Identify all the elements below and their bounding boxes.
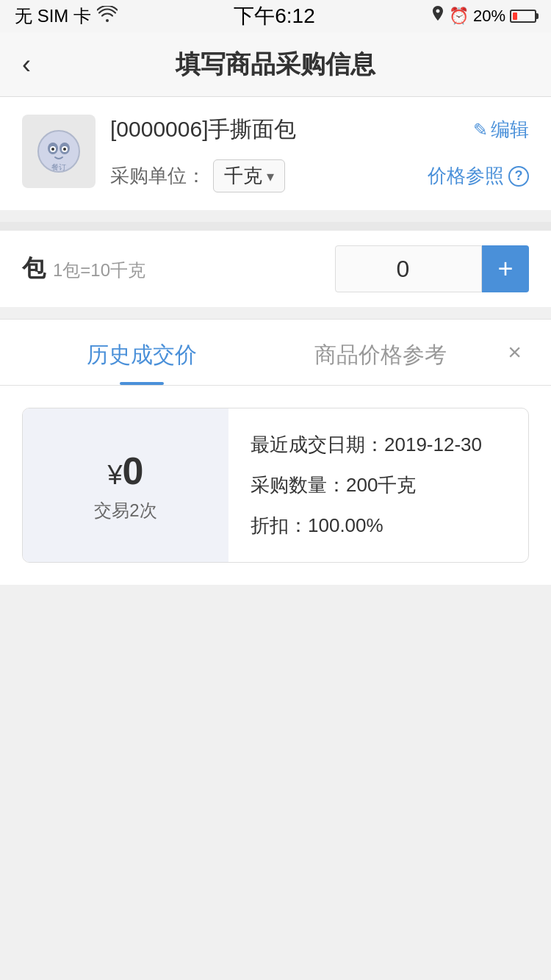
quantity-convert: 1包=10千克	[53, 259, 145, 282]
quantity-section: 包 1包=10千克 0 +	[0, 231, 551, 307]
page-title: 填写商品采购信息	[176, 48, 375, 82]
product-section: 餐订 [0000006]手撕面包 ✎ 编辑 采购单位：	[0, 97, 551, 210]
price-date-row: 最近成交日期：2019-12-30	[251, 430, 506, 459]
svg-point-6	[63, 148, 66, 151]
svg-text:餐订: 餐订	[51, 163, 66, 171]
unit-arrow-icon: ▾	[267, 167, 274, 185]
tab-price-ref-label: 商品价格参考	[314, 342, 447, 367]
unit-row: 采购单位： 千克 ▾ 价格参照 ?	[110, 159, 529, 192]
wifi-icon	[97, 6, 118, 26]
main-content: 餐订 [0000006]手撕面包 ✎ 编辑 采购单位：	[0, 97, 551, 980]
price-left: ¥0 交易2次	[23, 408, 228, 562]
product-name: [0000006]手撕面包	[110, 115, 296, 145]
status-time: 下午6:12	[234, 2, 315, 30]
qty-label: 采购数量：	[251, 474, 346, 496]
unit-label: 采购单位：	[110, 163, 206, 189]
tab-product-price-ref[interactable]: 商品价格参考	[262, 320, 501, 385]
price-amount: ¥0	[108, 449, 144, 493]
price-qty-row: 采购数量：200千克	[251, 471, 506, 500]
unit-selector-group: 采购单位： 千克 ▾	[110, 159, 285, 192]
price-ref-button[interactable]: 价格参照 ?	[428, 163, 529, 189]
help-icon: ?	[508, 166, 529, 187]
svg-point-5	[51, 148, 54, 151]
quantity-input[interactable]: 0	[335, 245, 482, 292]
edit-label: 编辑	[491, 117, 529, 143]
quantity-unit: 包	[22, 253, 46, 285]
back-button[interactable]: ‹	[22, 42, 38, 87]
date-value: 2019-12-30	[384, 433, 482, 455]
currency-symbol: ¥	[108, 460, 123, 490]
tabs-row: 历史成交价 商品价格参考 ×	[0, 320, 551, 386]
status-left: 无 SIM 卡	[15, 4, 118, 28]
quantity-input-group: 0 +	[335, 245, 529, 292]
date-label: 最近成交日期：	[251, 433, 384, 455]
product-thumbnail: 餐订	[22, 115, 96, 188]
nav-bar: ‹ 填写商品采购信息	[0, 32, 551, 97]
price-value: 0	[123, 450, 144, 492]
qty-value: 200千克	[346, 474, 416, 496]
discount-label: 折扣：	[251, 514, 308, 536]
status-right: ⏰ 20%	[431, 6, 536, 26]
price-trades: 交易2次	[94, 499, 156, 522]
discount-value: 100.00%	[308, 514, 383, 536]
location-icon	[431, 6, 444, 26]
carrier-label: 无 SIM 卡	[15, 4, 91, 28]
quantity-plus-button[interactable]: +	[482, 245, 529, 292]
product-header: [0000006]手撕面包 ✎ 编辑	[110, 115, 529, 145]
battery-icon	[510, 10, 536, 23]
unit-select-button[interactable]: 千克 ▾	[213, 159, 285, 192]
edit-button[interactable]: ✎ 编辑	[473, 117, 529, 143]
product-name-text: 手撕面包	[208, 117, 296, 141]
plus-icon: +	[497, 253, 513, 284]
close-icon: ×	[508, 339, 522, 366]
product-id: [0000006]	[110, 117, 208, 141]
product-info: [0000006]手撕面包 ✎ 编辑 采购单位： 千克 ▾	[110, 115, 529, 192]
price-right: 最近成交日期：2019-12-30 采购数量：200千克 折扣：100.00%	[228, 408, 528, 562]
quantity-label-group: 包 1包=10千克	[22, 253, 145, 285]
tab-history-label: 历史成交价	[87, 342, 197, 367]
edit-icon: ✎	[473, 120, 488, 140]
tab-history-price[interactable]: 历史成交价	[22, 320, 262, 385]
price-card: ¥0 交易2次 最近成交日期：2019-12-30 采购数量：200千克 折扣：…	[22, 408, 529, 563]
unit-select-value: 千克	[224, 163, 262, 189]
product-row: 餐订 [0000006]手撕面包 ✎ 编辑 采购单位：	[22, 115, 529, 192]
alarm-icon: ⏰	[449, 7, 469, 26]
status-bar: 无 SIM 卡 下午6:12 ⏰ 20%	[0, 0, 551, 32]
price-ref-label: 价格参照	[428, 163, 504, 189]
price-discount-row: 折扣：100.00%	[251, 511, 506, 540]
battery-percent: 20%	[473, 7, 505, 26]
tab-close-button[interactable]: ×	[500, 331, 529, 373]
gray-divider	[0, 222, 551, 231]
price-card-section: ¥0 交易2次 最近成交日期：2019-12-30 采购数量：200千克 折扣：…	[0, 386, 551, 585]
bottom-panel: 历史成交价 商品价格参考 × ¥0 交易2次 最近成交日期：20	[0, 319, 551, 585]
